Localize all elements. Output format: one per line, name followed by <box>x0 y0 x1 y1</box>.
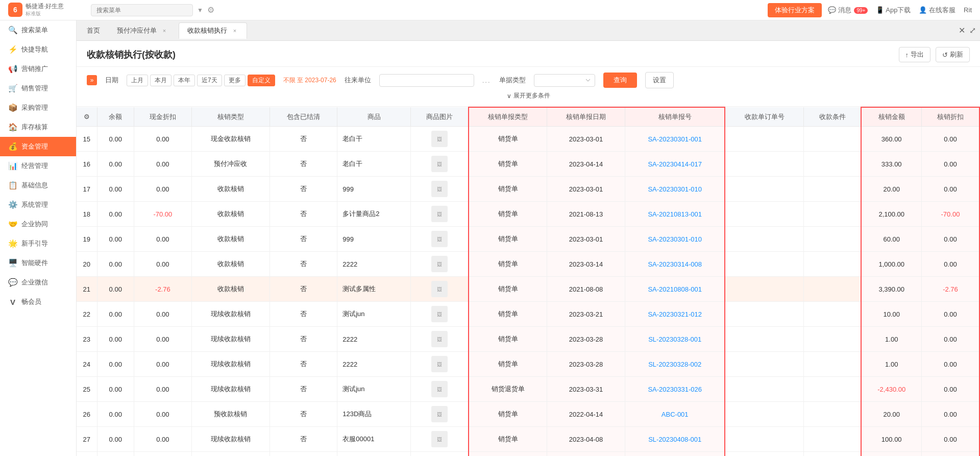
table-cell[interactable]: ABC-001 <box>625 402 725 427</box>
table-cell: -2.76 <box>134 277 192 302</box>
table-cell[interactable]: SA-20230314-008 <box>625 252 725 277</box>
table-cell[interactable]: SL-20230408-001 <box>625 427 725 452</box>
sidebar-item-member[interactable]: V 畅会员 <box>0 292 76 311</box>
date-custom[interactable]: 自定义 <box>248 75 275 86</box>
table-cell: 27 <box>77 427 97 452</box>
table-cell: 2023-03-01 <box>547 127 625 152</box>
table-cell[interactable]: SL-20230328-002 <box>625 352 725 377</box>
bill-no-link[interactable]: SA-20230414-017 <box>648 160 702 168</box>
online-service[interactable]: 👤 在线客服 <box>919 6 955 15</box>
settings-icon[interactable]: ⚙ <box>207 5 214 15</box>
dropdown-arrow[interactable]: ▼ <box>197 7 203 14</box>
bill-no-link[interactable]: SA-20230301-001 <box>648 135 702 143</box>
table-cell: 0.00 <box>921 427 979 452</box>
sidebar-item-weixin[interactable]: 💬 企业微信 <box>0 273 76 292</box>
tab-close-verify[interactable]: × <box>231 27 238 34</box>
sidebar-item-inventory[interactable]: 🏠 库存核算 <box>0 117 76 137</box>
tab-close-prepay[interactable]: × <box>161 27 168 34</box>
sidebar-item-collab[interactable]: 🤝 企业协同 <box>0 214 76 234</box>
expand-more[interactable]: ∨ 展开更多条件 <box>87 88 970 101</box>
table-cell <box>725 352 803 377</box>
table-cell: 销货单 <box>469 402 547 427</box>
sidebar-item-hardware[interactable]: 🖥️ 智能硬件 <box>0 253 76 273</box>
table-cell[interactable]: SA-20230301-010 <box>625 177 725 202</box>
sales-icon: 🛒 <box>8 84 17 93</box>
close-window-icon[interactable]: ✕ <box>959 26 965 35</box>
date-filter-label: 日期 <box>105 76 118 85</box>
col-cash-discount: 现金折扣 <box>134 107 192 127</box>
table-cell: 🖼 <box>411 277 469 302</box>
sidebar-item-purchase[interactable]: 📦 采购管理 <box>0 98 76 117</box>
table-cell: 2023-03-21 <box>547 302 625 327</box>
setting-button[interactable]: 设置 <box>645 72 674 88</box>
date-this-year[interactable]: 本年 <box>174 75 195 86</box>
filter-expand-button[interactable]: » <box>87 75 97 85</box>
bill-no-link[interactable]: SL-20230328-002 <box>648 361 701 368</box>
table-row: 220.000.00现续收款核销否测试jun🖼销货单2023-03-21SA-2… <box>77 302 979 327</box>
date-this-month[interactable]: 本月 <box>150 75 172 86</box>
table-cell[interactable]: SA-20230321-012 <box>625 302 725 327</box>
message-area[interactable]: 💬 消息 99+ <box>828 6 868 15</box>
table-cell[interactable]: SL-20230418-001 <box>625 452 725 457</box>
solution-button[interactable]: 体验行业方案 <box>768 3 822 17</box>
date-last-month[interactable]: 上月 <box>127 75 148 86</box>
bill-type-select[interactable] <box>534 74 595 87</box>
bill-no-link[interactable]: SL-20230328-001 <box>648 335 701 343</box>
refresh-button[interactable]: ↺ 刷新 <box>936 47 970 62</box>
bill-no-link[interactable]: SA-20210813-001 <box>648 210 702 218</box>
table-cell: -2,430.00 <box>861 377 921 402</box>
table-cell[interactable]: SA-20210813-001 <box>625 202 725 227</box>
sidebar-item-operations[interactable]: 📊 经营管理 <box>0 156 76 176</box>
col-verify-amount: 核销金额 <box>861 107 921 127</box>
bill-no-link[interactable]: SA-20230301-010 <box>648 235 702 243</box>
date-more[interactable]: 更多 <box>224 75 246 86</box>
sidebar-item-system[interactable]: ⚙️ 系统管理 <box>0 195 76 214</box>
table-cell: 0.00 <box>134 427 192 452</box>
app-download[interactable]: 📱 App下载 <box>876 6 911 15</box>
bill-no-link[interactable]: SA-20230321-012 <box>648 310 702 318</box>
maximize-icon[interactable]: ⤢ <box>969 26 976 35</box>
tab-prepay[interactable]: 预付冲应付单 × <box>108 22 177 39</box>
search-input[interactable] <box>91 4 193 16</box>
tab-home[interactable]: 首页 <box>81 22 106 39</box>
table-cell: 否 <box>270 377 337 402</box>
bill-no-link[interactable]: ABC-001 <box>662 411 689 418</box>
table-cell: 🖼 <box>411 377 469 402</box>
table-cell: 收款核销 <box>191 202 270 227</box>
bill-no-link[interactable]: SA-20230314-008 <box>648 260 702 268</box>
sidebar-item-guide[interactable]: 🌟 新手引导 <box>0 234 76 253</box>
search-button[interactable]: 查询 <box>603 73 637 88</box>
service-icon: 👤 <box>919 6 927 14</box>
tab-verify[interactable]: 收款核销执行 × <box>179 22 247 39</box>
bill-no-link[interactable]: SA-20230331-026 <box>648 386 702 393</box>
table-cell: 0.00 <box>97 252 134 277</box>
counterparty-input[interactable] <box>379 74 474 87</box>
bill-no-link[interactable]: SL-20230408-001 <box>648 436 701 443</box>
export-button[interactable]: ↑ 导出 <box>899 47 931 62</box>
table-cell: 60.00 <box>861 227 921 252</box>
bill-no-link[interactable]: SA-20210808-001 <box>648 285 702 293</box>
table-cell[interactable]: SA-20230301-001 <box>625 127 725 152</box>
sidebar-item-basic[interactable]: 📋 基础信息 <box>0 176 76 195</box>
table-cell: 衣服00001 <box>337 427 411 452</box>
top-bar: 6 畅捷通·好生意 标准版 ▼ ⚙ 体验行业方案 💬 消息 99+ 📱 App下… <box>0 0 980 20</box>
bill-no-link[interactable]: SA-20230301-010 <box>648 185 702 193</box>
user-name[interactable]: Rit <box>964 6 972 14</box>
table-cell: 22 <box>77 302 97 327</box>
table-cell[interactable]: SA-20230414-017 <box>625 152 725 177</box>
sidebar-item-finance[interactable]: 💰 资金管理 <box>0 137 76 156</box>
table-cell <box>803 152 861 177</box>
table-cell: 2023-03-01 <box>547 177 625 202</box>
sidebar-item-marketing[interactable]: 📢 营销推广 <box>0 59 76 79</box>
sidebar-item-nav[interactable]: ⚡ 快捷导航 <box>0 40 76 59</box>
logo: 6 畅捷通·好生意 标准版 <box>8 3 85 17</box>
table-row: 250.000.00现续收款核销否测试jun🖼销货退货单2023-03-31SA… <box>77 377 979 402</box>
sidebar-item-sales[interactable]: 🛒 销售管理 <box>0 79 76 98</box>
table-cell[interactable]: SA-20210808-001 <box>625 277 725 302</box>
date-7days[interactable]: 近7天 <box>197 75 222 86</box>
table-cell[interactable]: SA-20230331-026 <box>625 377 725 402</box>
nav-icon: ⚡ <box>8 45 17 54</box>
table-cell[interactable]: SA-20230301-010 <box>625 227 725 252</box>
sidebar-item-search[interactable]: 🔍 搜索菜单 <box>0 20 76 40</box>
table-cell[interactable]: SL-20230328-001 <box>625 327 725 352</box>
